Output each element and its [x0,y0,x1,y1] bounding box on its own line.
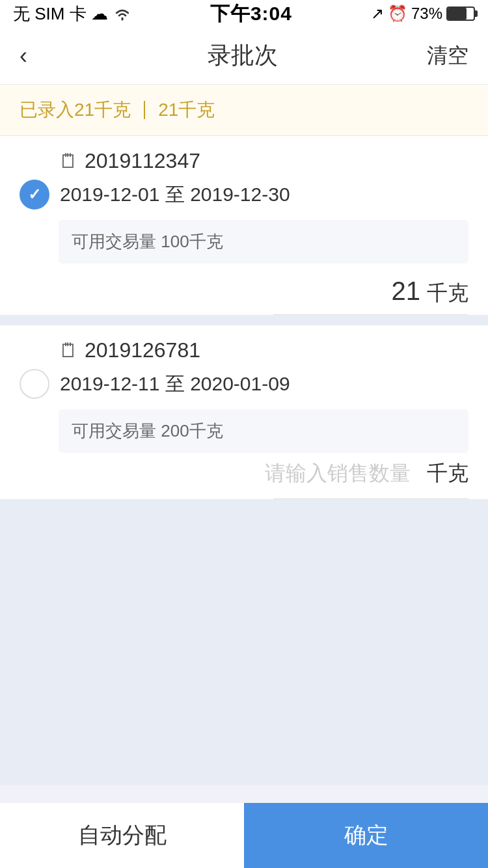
recorded-amount-value: 21千克 [158,98,215,122]
bottom-actions: 自动分配 确定 [0,803,488,868]
batch-1-radio[interactable] [20,180,49,210]
status-bar: 无 SIM 卡 ☁ 下午3:04 ↗ ⏰ 73% [0,0,488,27]
info-divider [144,101,145,119]
alarm-icon: ⏰ [388,5,407,23]
batch-2-id: 2019126781 [85,338,200,362]
batch-1-date-row: 2019-12-01 至 2019-12-30 [20,180,468,210]
status-right: ↗ ⏰ 73% [371,5,475,23]
batch-1-quantity-number: 21 [392,277,421,306]
batch-2-icon: 🗒 [59,340,78,362]
sim-label: 无 SIM 卡 ☁ [13,3,108,25]
batch-1-quantity-row: 21 千克 [0,264,488,314]
recorded-amount-label: 已录入21千克 [20,98,131,122]
battery-icon [446,7,475,21]
batch-1-header: 🗒 2019112347 [59,149,468,173]
batch-1-icon: 🗒 [59,150,78,172]
batch-1-quantity-unit: 千克 [427,279,468,308]
batch-2-available: 可用交易量 200千克 [59,409,468,453]
section-divider-1 [0,315,488,325]
nav-bar: ‹ 录批次 清空 [0,27,488,85]
batch-1-date: 2019-12-01 至 2019-12-30 [60,182,290,208]
batch-1-id: 2019112347 [85,149,200,173]
page-title: 录批次 [208,40,278,72]
batch-2-quantity-unit: 千克 [427,459,468,488]
battery-percent: 73% [411,5,442,23]
batch-2-quantity-row: 千克 [0,453,488,498]
back-button[interactable]: ‹ [20,42,59,70]
status-left: 无 SIM 卡 ☁ [13,3,131,25]
batch-2-header: 🗒 2019126781 [59,338,468,362]
auto-distribute-button[interactable]: 自动分配 [0,803,244,868]
batch-2-date: 2019-12-11 至 2020-01-09 [60,371,290,398]
batch-2-date-row: 2019-12-11 至 2020-01-09 [20,369,468,399]
batch-2-quantity-input[interactable] [225,461,420,485]
batch-2-radio[interactable] [20,369,49,399]
confirm-button[interactable]: 确定 [244,803,488,868]
status-time: 下午3:04 [210,1,292,27]
clear-button[interactable]: 清空 [427,42,468,70]
main-content: 🗒 2019112347 2019-12-01 至 2019-12-30 可用交… [0,136,488,499]
batch-item-2: 🗒 2019126781 2019-12-11 至 2020-01-09 可用交… [0,325,488,453]
empty-area [0,499,488,785]
batch-item-1: 🗒 2019112347 2019-12-01 至 2019-12-30 可用交… [0,136,488,264]
location-icon: ↗ [371,5,384,23]
wifi-icon [113,7,131,21]
info-banner: 已录入21千克 21千克 [0,85,488,136]
batch-1-available: 可用交易量 100千克 [59,220,468,264]
